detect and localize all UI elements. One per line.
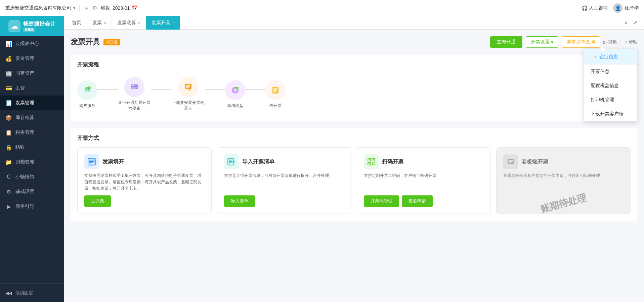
sidebar-item-tax[interactable]: 📋 税务管理 [0, 125, 64, 140]
boss-desc: 查看老板端小程序提交的开票申请，并作出相应的处理。 [503, 173, 624, 179]
help-icon: ? [625, 40, 627, 45]
reports-icon: 📊 [5, 40, 12, 47]
method-section: 开票方式 [71, 128, 637, 221]
step-download: 下载并安装开票机器人 [171, 77, 205, 111]
sidebar-item-reports[interactable]: 📊 云报表中心 [0, 36, 64, 51]
svg-rect-4 [132, 85, 134, 86]
closing-icon: 🔒 [5, 144, 12, 151]
support-label: 人工咨询 [589, 5, 608, 11]
video-btn[interactable]: ▷ 视频 [603, 39, 617, 45]
main-layout: ☁ 畅捷通好会计 旗舰版 📊 云报表中心 💰 资金管理 🏢 固定资产 💳 工资 [0, 16, 644, 302]
scan-desc: 支持定制开票二维码，客户端可扫码开票 [364, 173, 484, 179]
status-badge: 待开通 [103, 39, 120, 45]
company-name: 重庆畅捷交通信息咨询有限公司 [5, 5, 71, 11]
svg-rect-17 [273, 89, 277, 90]
step-tax-disk: + 新增税盘 [225, 80, 245, 109]
svg-rect-22 [89, 160, 94, 160]
logo-text-block: 畅捷通好会计 旗舰版 [23, 21, 55, 32]
funds-icon: 💰 [5, 55, 12, 62]
fill-icon [84, 154, 99, 169]
exception-btn[interactable]: 异常清单查询 [562, 36, 600, 48]
page-header: 发票开具 待开通 立即开通 开票设置 ▾ 异常清单查询 ▷ 视频 | [71, 36, 637, 48]
sidebar-item-funds[interactable]: 💰 资金管理 [0, 51, 64, 66]
video-label: 视频 [608, 39, 617, 45]
scan-icon [364, 154, 379, 169]
settings-icon[interactable]: ⚙ [92, 5, 97, 11]
tax-icon: 📋 [5, 129, 12, 136]
boss-icon [503, 154, 518, 169]
logo-edition-badge: 旗舰版 [23, 28, 35, 32]
page-content: 发票开具 待开通 立即开通 开票设置 ▾ 异常清单查询 ▷ 视频 | [64, 30, 644, 302]
sidebar-item-label: 资金管理 [15, 55, 34, 62]
dropdown-item-label: 开票信息 [591, 69, 609, 75]
sidebar-item-closing[interactable]: 🔒 结账 [0, 140, 64, 155]
sidebar-item-payroll[interactable]: 💳 工资 [0, 81, 64, 96]
scan-apply-btn[interactable]: 查看申请 [402, 195, 433, 207]
svg-rect-18 [273, 90, 276, 91]
calendar-icon[interactable]: 📅 [132, 5, 137, 11]
import-desc: 支持导入待开票清单，可对待开票清单进行拆分、合并处理。 [224, 173, 344, 179]
dropdown-item-company[interactable]: → 企业信息 [584, 49, 637, 65]
svg-rect-36 [369, 163, 370, 164]
settings-btn[interactable]: 开票设置 ▾ [526, 36, 558, 48]
tab-invoice-calc-close[interactable]: × [138, 21, 140, 25]
svg-rect-10 [186, 87, 189, 88]
tab-home[interactable]: 首页 [67, 16, 87, 30]
steps-flow: + 购买服务 [77, 74, 631, 115]
method-card-fill: 发票填开 支持按照发票样式手工填开发票；可开具增值税电子普通发票、增值税普通发票… [77, 147, 212, 214]
company-selector[interactable]: 重庆畅捷交通信息咨询有限公司 ▾ [5, 5, 75, 11]
cancel-pin-btn[interactable]: ◀◀ 取消固定 [0, 287, 64, 299]
sidebar-item-invoice[interactable]: 🧾 发票管理 [0, 96, 64, 110]
support-btn[interactable]: 🎧 人工咨询 [582, 5, 608, 11]
tab-invoice-calc[interactable]: 发票测算 × [112, 16, 146, 30]
dropdown-item-download[interactable]: 下载开票客户端 [584, 107, 637, 121]
pin-icon: ◀◀ [5, 291, 12, 296]
dropdown-item-printer[interactable]: 打印机管理 [584, 93, 637, 107]
activate-btn[interactable]: 立即开通 [490, 36, 522, 48]
import-action-btn[interactable]: 导入清单 [224, 195, 255, 207]
maximize-btn[interactable]: ⤢ [632, 18, 639, 27]
gear-icon: ⚙ [5, 188, 12, 195]
method-card-fill-header: 发票填开 [84, 154, 205, 169]
step-configure: 企业开通配置开票六要素 [118, 77, 151, 111]
fill-action-btn[interactable]: 去开票 [84, 195, 111, 207]
sidebar-item-settings[interactable]: ⚙ 基础设置 [0, 184, 64, 199]
svg-rect-37 [372, 162, 373, 163]
add-company-icon[interactable]: ＋ [84, 4, 90, 12]
sidebar-item-guide[interactable]: ▶ 新手引导 [0, 199, 64, 214]
dropdown-item-tax-disk[interactable]: 配置税盘信息 [584, 79, 637, 93]
tab-invoice-close[interactable]: × [104, 21, 106, 25]
svg-rect-24 [89, 162, 92, 163]
sidebar-item-inventory[interactable]: 📦 库存核算 [0, 110, 64, 125]
svg-rect-34 [369, 159, 370, 160]
tab-invoice[interactable]: 发票 × [87, 16, 112, 30]
step-connector-4 [245, 89, 265, 90]
svg-rect-39 [372, 164, 373, 165]
scan-manage-btn[interactable]: 开票码管理 [364, 195, 399, 207]
sidebar-item-archive[interactable]: 📁 归档管理 [0, 155, 64, 169]
svg-rect-43 [509, 161, 513, 162]
help-btn[interactable]: ? 帮助 [625, 39, 637, 45]
sidebar-item-label: 云报表中心 [15, 41, 39, 47]
fill-title: 发票填开 [102, 158, 124, 165]
svg-rect-8 [186, 85, 190, 86]
user-menu[interactable]: 👤 徐泽华 [613, 3, 639, 13]
guide-icon: ▶ [5, 203, 12, 210]
svg-rect-19 [273, 91, 277, 92]
sidebar-item-label: 库存核算 [15, 115, 34, 121]
sidebar-item-assets[interactable]: 🏢 固定资产 [0, 66, 64, 81]
step-connector-1 [97, 89, 118, 90]
dropdown-item-label: 企业信息 [599, 54, 618, 60]
inventory-icon: 📦 [5, 114, 12, 121]
sidebar-item-expense[interactable]: C 小畅报销 [0, 169, 64, 184]
user-name: 徐泽华 [625, 5, 639, 11]
page-title: 发票开具 [71, 37, 100, 47]
tab-bar: 首页 发票 × 发票测算 × 发票开具 × × ⤢ [64, 16, 644, 30]
tab-invoice-issue-close[interactable]: × [172, 21, 175, 25]
period-value: 2023-01 [113, 5, 130, 11]
tab-invoice-issue-label: 发票开具 [152, 20, 170, 26]
close-tab-btn[interactable]: × [623, 18, 629, 27]
method-card-scan-header: 扫码开票 [364, 154, 484, 169]
tab-invoice-issue[interactable]: 发票开具 × [146, 16, 180, 30]
dropdown-item-invoice-info[interactable]: 开票信息 [584, 65, 637, 79]
